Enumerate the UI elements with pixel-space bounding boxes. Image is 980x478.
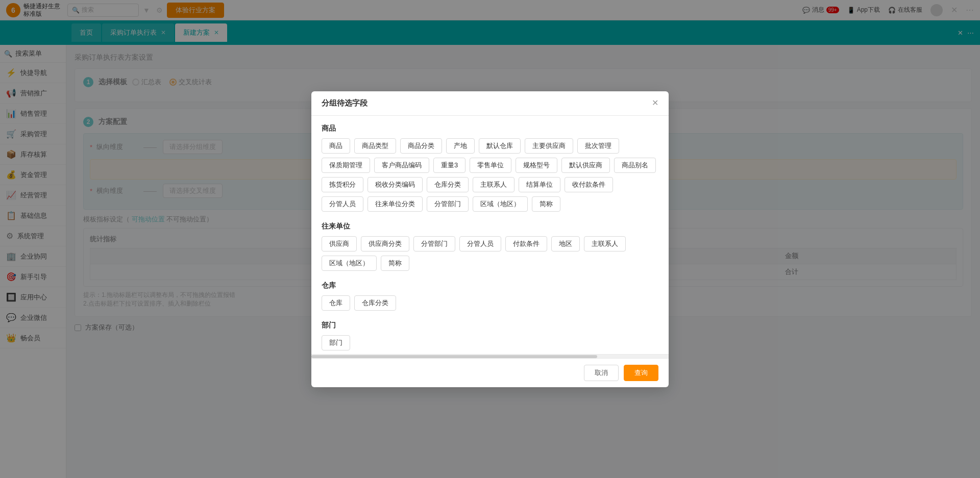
field-tag-goods-24[interactable]: 简称 xyxy=(532,196,560,212)
modal-body[interactable]: 商品 商品 商品类型 商品分类 产地 默认仓库 主要供应商 批次管理 保质期管理… xyxy=(311,116,669,354)
modal-confirm-btn[interactable]: 查询 xyxy=(624,365,658,381)
field-tag-cp-2[interactable]: 分管部门 xyxy=(413,236,455,251)
field-tag-cp-7[interactable]: 区域（地区） xyxy=(322,256,377,271)
field-tag-goods-20[interactable]: 分管人员 xyxy=(322,196,363,212)
modal-footer: 取消 查询 xyxy=(311,358,669,387)
field-tag-goods-4[interactable]: 默认仓库 xyxy=(479,138,521,154)
field-tag-goods-18[interactable]: 结算单位 xyxy=(519,177,560,192)
modal-close-btn[interactable]: ✕ xyxy=(652,99,658,107)
field-tag-goods-17[interactable]: 主联系人 xyxy=(473,177,514,192)
goods-section-title: 商品 xyxy=(322,124,658,133)
field-tag-goods-2[interactable]: 商品分类 xyxy=(400,138,442,154)
field-tag-cp-3[interactable]: 分管人员 xyxy=(459,236,501,251)
field-tag-goods-6[interactable]: 批次管理 xyxy=(577,138,619,154)
field-tag-cp-5[interactable]: 地区 xyxy=(551,236,580,251)
field-tag-goods-3[interactable]: 产地 xyxy=(446,138,475,154)
field-section-warehouse: 仓库 仓库 仓库分类 xyxy=(322,281,658,311)
field-tag-goods-13[interactable]: 商品别名 xyxy=(614,158,656,173)
field-tag-goods-14[interactable]: 拣货积分 xyxy=(322,177,363,192)
field-tag-goods-5[interactable]: 主要供应商 xyxy=(525,138,573,154)
department-section-title: 部门 xyxy=(322,321,658,330)
modal-dialog: 分组待选字段 ✕ 商品 商品 商品类型 商品分类 产地 默认仓库 主要供应商 批… xyxy=(311,91,669,387)
field-tag-goods-9[interactable]: 重量3 xyxy=(433,158,465,173)
field-tag-cp-1[interactable]: 供应商分类 xyxy=(361,236,409,251)
field-tag-goods-23[interactable]: 区域（地区） xyxy=(473,196,528,212)
field-tag-wh-1[interactable]: 仓库分类 xyxy=(354,295,396,311)
goods-fields: 商品 商品类型 商品分类 产地 默认仓库 主要供应商 批次管理 保质期管理 客户… xyxy=(322,138,658,212)
modal-title: 分组待选字段 xyxy=(322,98,368,108)
field-tag-goods-22[interactable]: 分管部门 xyxy=(427,196,469,212)
field-tag-goods-8[interactable]: 客户商品编码 xyxy=(374,158,429,173)
field-tag-dept-0[interactable]: 部门 xyxy=(322,335,350,350)
modal-hscroll[interactable] xyxy=(311,354,669,358)
warehouse-fields: 仓库 仓库分类 xyxy=(322,295,658,311)
field-tag-goods-11[interactable]: 规格型号 xyxy=(516,158,557,173)
hscroll-thumb xyxy=(311,355,597,358)
field-tag-goods-15[interactable]: 税收分类编码 xyxy=(368,177,423,192)
field-tag-goods-0[interactable]: 商品 xyxy=(322,138,350,154)
field-section-department: 部门 部门 xyxy=(322,321,658,350)
modal-overlay: 分组待选字段 ✕ 商品 商品 商品类型 商品分类 产地 默认仓库 主要供应商 批… xyxy=(0,0,980,478)
field-tag-goods-7[interactable]: 保质期管理 xyxy=(322,158,370,173)
counterpart-fields: 供应商 供应商分类 分管部门 分管人员 付款条件 地区 主联系人 区域（地区） … xyxy=(322,236,658,271)
field-tag-goods-10[interactable]: 零售单位 xyxy=(470,158,511,173)
modal-header: 分组待选字段 ✕ xyxy=(311,91,669,116)
field-tag-goods-21[interactable]: 往来单位分类 xyxy=(368,196,423,212)
field-tag-cp-8[interactable]: 简称 xyxy=(381,256,409,271)
field-tag-wh-0[interactable]: 仓库 xyxy=(322,295,350,311)
modal-cancel-btn[interactable]: 取消 xyxy=(584,365,619,381)
field-tag-goods-1[interactable]: 商品类型 xyxy=(354,138,396,154)
field-tag-goods-16[interactable]: 仓库分类 xyxy=(427,177,469,192)
field-tag-goods-12[interactable]: 默认供应商 xyxy=(561,158,610,173)
field-tag-goods-19[interactable]: 收付款条件 xyxy=(565,177,613,192)
field-section-counterpart: 往来单位 供应商 供应商分类 分管部门 分管人员 付款条件 地区 主联系人 区域… xyxy=(322,222,658,271)
field-tag-cp-0[interactable]: 供应商 xyxy=(322,236,357,251)
counterpart-section-title: 往来单位 xyxy=(322,222,658,231)
department-fields: 部门 xyxy=(322,335,658,350)
field-section-goods: 商品 商品 商品类型 商品分类 产地 默认仓库 主要供应商 批次管理 保质期管理… xyxy=(322,124,658,212)
warehouse-section-title: 仓库 xyxy=(322,281,658,290)
field-tag-cp-4[interactable]: 付款条件 xyxy=(505,236,547,251)
field-tag-cp-6[interactable]: 主联系人 xyxy=(584,236,626,251)
